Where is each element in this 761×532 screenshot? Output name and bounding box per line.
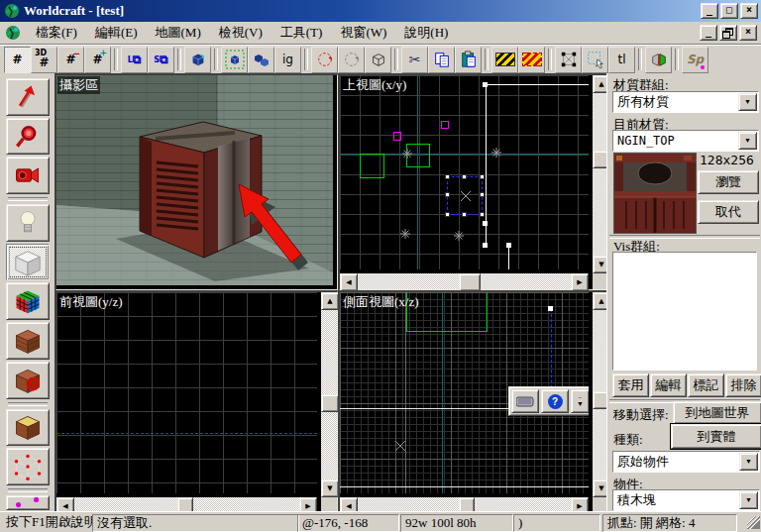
- rotate-clone-button[interactable]: [338, 47, 365, 73]
- hide-selected-button[interactable]: [491, 47, 518, 73]
- vis-groups-list[interactable]: [612, 252, 757, 371]
- keyboard-shortcuts-button[interactable]: [511, 389, 539, 413]
- close-button[interactable]: ×: [740, 3, 758, 19]
- menu-window[interactable]: 視窗(W): [331, 22, 395, 44]
- entity-tool[interactable]: [6, 204, 50, 242]
- cut-button[interactable]: ✂: [401, 47, 428, 73]
- selection-box[interactable]: [447, 176, 483, 215]
- scroll-down-arrow[interactable]: ▼: [321, 479, 339, 497]
- replace-button[interactable]: 取代: [698, 200, 759, 224]
- load-window-state-button[interactable]: L⧉: [121, 47, 148, 73]
- front-view-vscrollbar[interactable]: ▲ ▼: [321, 292, 337, 497]
- paste-button[interactable]: [455, 47, 482, 73]
- scroll-thumb[interactable]: [459, 273, 481, 291]
- context-help-button[interactable]: ?: [541, 389, 569, 413]
- selection-handle[interactable]: [480, 174, 485, 179]
- menu-view[interactable]: 檢視(V): [210, 22, 272, 44]
- selection-handle[interactable]: [480, 212, 485, 217]
- selection-handle[interactable]: [462, 212, 467, 217]
- block-cube-icon: [12, 248, 44, 277]
- hide-unselected-button[interactable]: [518, 47, 545, 73]
- hollow-button[interactable]: [365, 47, 391, 73]
- toggle-texture-tool[interactable]: [6, 282, 50, 320]
- viewport-front[interactable]: 前視圖(y/z) ▲ ▼ ◀ ▶: [54, 290, 339, 515]
- viewport-camera[interactable]: 攝影區: [54, 73, 339, 291]
- viewport-side[interactable]: 側面視圖(x/z) ? − ▼: [338, 290, 610, 515]
- toggle-grid-button[interactable]: #: [4, 47, 31, 73]
- front-view-canvas[interactable]: 前視圖(y/z): [56, 292, 317, 493]
- mdi-close-button[interactable]: ×: [739, 25, 757, 41]
- scroll-right-arrow[interactable]: ▶: [571, 273, 589, 291]
- vis-edit-button[interactable]: 編輯: [650, 373, 687, 397]
- resize-grip[interactable]: [747, 516, 760, 529]
- to-entity-button[interactable]: 到實體: [671, 424, 761, 449]
- block-tool[interactable]: [6, 244, 50, 281]
- scroll-up-arrow[interactable]: ▲: [321, 292, 339, 310]
- vis-mark-button[interactable]: 標記: [688, 373, 724, 397]
- decal-tool[interactable]: [6, 362, 50, 399]
- vis-apply-button[interactable]: 套用: [612, 373, 649, 397]
- menu-map[interactable]: 地圖(M): [147, 22, 210, 44]
- scroll-thumb[interactable]: [321, 394, 339, 412]
- dropdown-arrow-icon[interactable]: ▼: [738, 132, 757, 150]
- selection-handle[interactable]: [445, 174, 450, 179]
- toolbar-separator: [304, 49, 308, 70]
- morph-button[interactable]: Sp: [682, 47, 708, 73]
- menu-help[interactable]: 說明(H): [395, 22, 457, 44]
- objects-dropdown[interactable]: 積木塊 ▼: [612, 489, 760, 511]
- category-dropdown[interactable]: 原始物件 ▼: [612, 451, 760, 473]
- side-view-canvas[interactable]: 側面視圖(x/z) ? − ▼: [340, 292, 589, 493]
- collapse-toolbar-button[interactable]: − ▼: [571, 389, 589, 413]
- maximize-button[interactable]: □: [720, 3, 738, 19]
- minimize-button[interactable]: _: [701, 3, 718, 19]
- selection-handle[interactable]: [462, 174, 467, 179]
- selection-handle[interactable]: [445, 192, 450, 197]
- brick-cube-icon: [13, 326, 43, 356]
- save-window-state-button[interactable]: S⧉: [148, 47, 174, 73]
- larger-grid-button[interactable]: #+: [84, 47, 111, 73]
- entity-box-magenta: [393, 132, 401, 141]
- vis-exclude-button[interactable]: 排除: [725, 373, 761, 397]
- toggle-3d-grid-button[interactable]: 3D#: [31, 47, 57, 73]
- document-icon[interactable]: [5, 25, 21, 41]
- menu-tools[interactable]: 工具(T): [272, 22, 332, 44]
- group-button[interactable]: [221, 47, 248, 73]
- morph-dot-icon: [701, 65, 705, 69]
- top-view-hscrollbar[interactable]: ◀ ▶: [340, 273, 589, 289]
- magnify-tool[interactable]: [6, 118, 50, 156]
- browse-button[interactable]: 瀏覽: [698, 170, 759, 194]
- path-tool[interactable]: [6, 495, 50, 510]
- ungroup-button[interactable]: [248, 47, 274, 73]
- mdi-restore-button[interactable]: [719, 25, 737, 41]
- camera-3d-scene: [56, 75, 333, 285]
- rotate-selection-button[interactable]: [311, 47, 338, 73]
- top-view-canvas[interactable]: 上視圖(x/y): [340, 75, 589, 269]
- dropdown-arrow-icon[interactable]: ▼: [739, 453, 758, 471]
- carve-button[interactable]: [645, 47, 672, 73]
- drag-select-button[interactable]: [582, 47, 608, 73]
- selection-tool[interactable]: [6, 78, 50, 116]
- selection-handles-button[interactable]: [555, 47, 582, 73]
- ignore-groups-button[interactable]: ig: [274, 47, 301, 73]
- selection-handle[interactable]: [445, 212, 450, 217]
- selection-handle[interactable]: [480, 192, 485, 197]
- apply-current-texture-tool[interactable]: [6, 322, 50, 360]
- texture-group-dropdown[interactable]: 所有材質 ▼: [612, 91, 759, 113]
- dropdown-arrow-icon[interactable]: ▼: [738, 93, 757, 111]
- texture-lock-button[interactable]: tl: [608, 47, 635, 73]
- texture-application-tool[interactable]: [6, 409, 50, 447]
- camera-tool[interactable]: [6, 157, 50, 194]
- smaller-grid-button[interactable]: #−: [57, 47, 84, 73]
- to-world-button[interactable]: 到地圖世界: [673, 401, 761, 424]
- menu-edit[interactable]: 編輯(E): [86, 22, 147, 44]
- mdi-minimize-button[interactable]: _: [700, 25, 717, 41]
- scroll-left-arrow[interactable]: ◀: [340, 273, 358, 291]
- current-texture-dropdown[interactable]: NGIN_TOP ▼: [612, 130, 759, 152]
- vertex-tool[interactable]: [6, 448, 50, 485]
- run-3d-view-button[interactable]: [184, 47, 211, 73]
- title-bar[interactable]: Worldcraft - [test] _ □ ×: [0, 0, 761, 22]
- dropdown-arrow-icon[interactable]: ▼: [739, 491, 758, 509]
- menu-file[interactable]: 檔案(F): [27, 22, 86, 44]
- viewport-top[interactable]: 上視圖(x/y): [338, 73, 610, 291]
- copy-button[interactable]: [428, 47, 455, 73]
